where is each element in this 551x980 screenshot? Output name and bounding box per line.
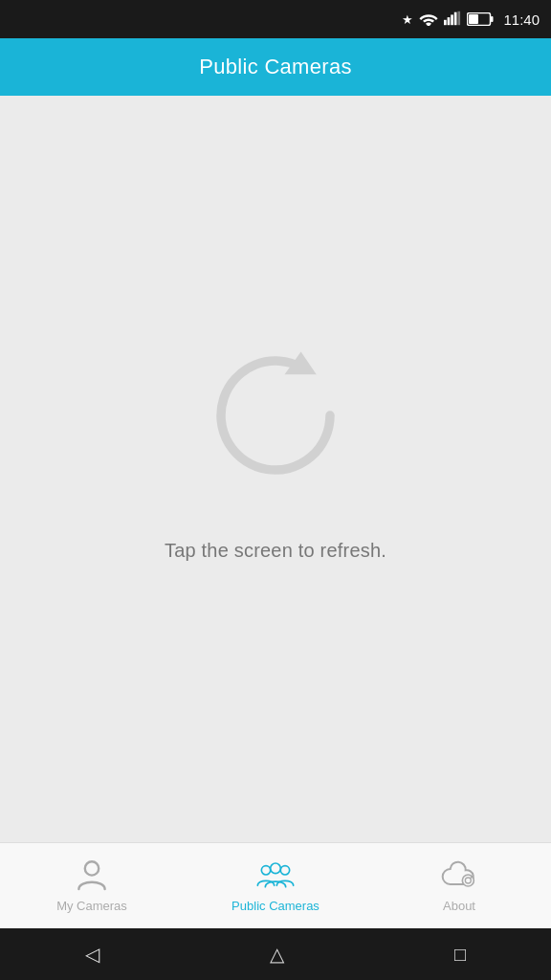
svg-rect-7 [469, 14, 478, 24]
app-bar: Public Cameras [0, 38, 551, 96]
svg-point-15 [471, 877, 473, 879]
back-button[interactable]: ◁ [85, 943, 99, 966]
nav-item-about[interactable]: About [367, 843, 551, 928]
svg-rect-2 [452, 14, 454, 25]
svg-point-10 [261, 866, 270, 875]
svg-rect-4 [458, 11, 461, 24]
battery-icon [467, 12, 494, 26]
svg-point-9 [85, 861, 99, 875]
system-navigation-bar: ◁ △ □ [0, 928, 551, 980]
svg-rect-3 [454, 11, 457, 25]
nav-label-my-cameras: My Cameras [56, 899, 127, 913]
svg-point-12 [271, 863, 281, 874]
nav-item-my-cameras[interactable]: My Cameras [0, 843, 184, 928]
signal-icon [444, 11, 461, 29]
svg-point-13 [462, 875, 474, 886]
nav-label-public-cameras: Public Cameras [231, 899, 320, 913]
recents-button[interactable]: □ [454, 944, 466, 966]
svg-rect-6 [491, 16, 494, 22]
svg-point-11 [280, 866, 289, 875]
nav-item-public-cameras[interactable]: Public Cameras [184, 843, 367, 928]
refresh-icon [185, 324, 366, 506]
main-content[interactable]: Tap the screen to refresh. [0, 96, 551, 842]
home-button[interactable]: △ [270, 943, 284, 966]
nav-label-about: About [443, 899, 475, 913]
tap-to-refresh-message: Tap the screen to refresh. [165, 540, 386, 562]
svg-rect-1 [448, 17, 451, 25]
refresh-icon-container [180, 320, 371, 511]
svg-rect-0 [444, 19, 447, 24]
bottom-navigation: My Cameras Public Cameras About [0, 842, 551, 928]
status-bar: ★ 11:40 [0, 0, 551, 38]
public-cameras-icon [256, 858, 295, 893]
about-icon [440, 858, 478, 893]
my-cameras-icon [73, 858, 111, 893]
wifi-icon [419, 11, 438, 29]
app-bar-title: Public Cameras [199, 55, 351, 79]
star-icon: ★ [402, 12, 413, 27]
status-time: 11:40 [503, 11, 540, 28]
